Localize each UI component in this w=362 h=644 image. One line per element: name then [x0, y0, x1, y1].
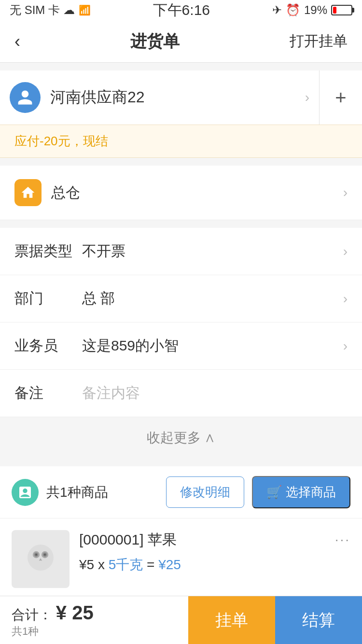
ticket-type-value: 不开票 — [72, 241, 343, 261]
info-banner: 应付-20元，现结 — [0, 125, 362, 158]
divider-1 — [0, 63, 362, 70]
department-value: 总 部 — [72, 289, 343, 308]
alarm-icon: ⏰ — [286, 3, 300, 17]
divider-4 — [0, 459, 362, 466]
page-title: 进货单 — [130, 30, 180, 53]
select-product-button[interactable]: 🛒 选择商品 — [252, 476, 350, 508]
cart-icon: 🛒 — [266, 485, 282, 500]
total-count: 共1种 — [12, 624, 177, 639]
collapse-button[interactable]: 收起更多 ∧ — [0, 417, 362, 459]
remark-row[interactable]: 备注 备注内容 — [0, 370, 362, 417]
svg-point-6 — [44, 554, 46, 556]
battery-icon — [331, 5, 352, 15]
svg-point-8 — [35, 560, 46, 569]
total-area: 合计： ¥ 25 共1种 — [0, 602, 188, 639]
remark-input[interactable]: 备注内容 — [72, 383, 348, 403]
product-header: 共1种商品 修改明细 🛒 选择商品 — [0, 466, 362, 518]
total-price: ¥25 — [158, 557, 181, 572]
divider-3 — [0, 220, 362, 228]
product-thumbnail — [12, 530, 70, 588]
unit-price: ¥5 x — [79, 557, 109, 572]
equals-sign: = — [143, 557, 158, 572]
warehouse-chevron-icon: › — [343, 185, 348, 200]
warehouse-icon — [14, 179, 42, 206]
status-left: 无 SIM 卡 ☁ 📶 — [10, 2, 91, 18]
salesman-chevron-icon: › — [343, 338, 348, 354]
checkout-button[interactable]: 结算 — [275, 596, 362, 644]
salesman-value: 这是859的小智 — [72, 336, 343, 356]
edit-detail-button[interactable]: 修改明细 — [166, 476, 244, 508]
warehouse-name: 总仓 — [51, 183, 343, 203]
wifi-icon: 📶 — [79, 4, 91, 16]
total-amount: ¥ 25 — [56, 602, 94, 623]
supplier-avatar — [10, 82, 41, 113]
nav-bar: ‹ 进货单 打开挂单 — [0, 20, 362, 63]
hold-order-button[interactable]: 挂单 — [188, 596, 275, 644]
open-pending-button[interactable]: 打开挂单 — [290, 31, 348, 51]
divider-2 — [0, 158, 362, 166]
more-options-icon[interactable]: ··· — [335, 532, 350, 547]
supplier-section: 河南供应商22 › + — [0, 70, 362, 125]
quantity-value: 5千克 — [109, 557, 143, 572]
svg-point-5 — [35, 554, 37, 556]
ticket-type-row[interactable]: 票据类型 不开票 › — [0, 228, 362, 275]
ticket-type-chevron-icon: › — [343, 244, 348, 259]
department-label: 部门 — [14, 289, 72, 308]
supplier-chevron-icon: › — [305, 90, 309, 105]
select-product-label: 选择商品 — [286, 484, 336, 501]
bottom-bar: 合计： ¥ 25 共1种 挂单 结算 — [0, 596, 362, 644]
product-more-button[interactable]: ··· — [335, 530, 350, 547]
status-right: ✈ ⏰ 19% — [272, 3, 352, 17]
supplier-name: 河南供应商22 — [50, 87, 305, 108]
salesman-label: 业务员 — [14, 336, 72, 356]
location-icon: ✈ — [272, 3, 282, 17]
status-time: 下午6:16 — [153, 0, 210, 20]
salesman-row[interactable]: 业务员 这是859的小智 › — [0, 322, 362, 370]
total-label: 合计： — [12, 607, 52, 622]
product-count: 共1种商品 — [46, 483, 158, 502]
product-name: [0000001] 苹果 — [79, 530, 325, 550]
supplier-selector[interactable]: 河南供应商22 › — [0, 70, 320, 125]
back-button[interactable]: ‹ — [14, 31, 20, 52]
department-chevron-icon: › — [343, 291, 348, 307]
product-price: ¥5 x 5千克 = ¥25 — [79, 556, 325, 574]
department-row[interactable]: 部门 总 部 › — [0, 275, 362, 322]
status-bar: 无 SIM 卡 ☁ 📶 下午6:16 ✈ ⏰ 19% — [0, 0, 362, 20]
sim-text: 无 SIM 卡 ☁ — [10, 2, 75, 18]
total-row: 合计： ¥ 25 — [12, 602, 177, 624]
ticket-type-label: 票据类型 — [14, 241, 72, 261]
warehouse-row[interactable]: 总仓 › — [0, 166, 362, 220]
product-details: [0000001] 苹果 ¥5 x 5千克 = ¥25 — [79, 530, 325, 574]
battery-percent: 19% — [304, 3, 327, 17]
remark-label: 备注 — [14, 383, 72, 403]
product-icon — [12, 479, 39, 506]
product-item: [0000001] 苹果 ¥5 x 5千克 = ¥25 ··· — [0, 518, 362, 600]
add-supplier-button[interactable]: + — [320, 70, 362, 125]
